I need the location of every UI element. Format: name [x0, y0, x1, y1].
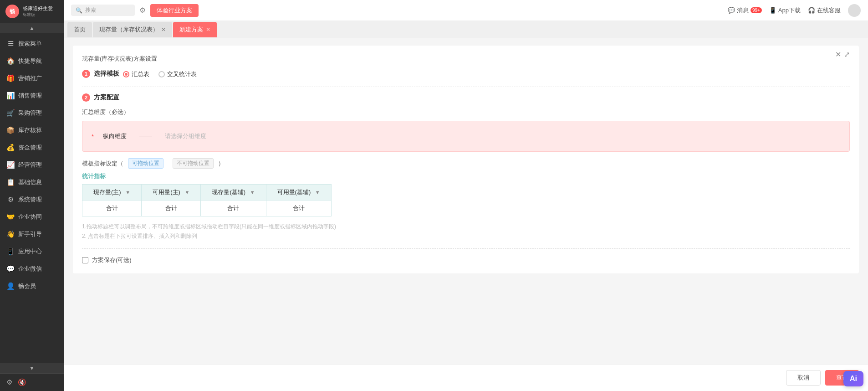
stats-section: 统计指标 现存量(主) ▼ 可用量(主) [82, 172, 850, 216]
radio-summary-dot [123, 71, 129, 77]
sidebar-scroll-down[interactable]: ▼ [0, 363, 64, 373]
sidebar-item-label: 经营管理 [18, 161, 42, 169]
col4-header[interactable]: 可用量(基辅) ▼ [266, 185, 331, 201]
table-row-subtotal: 合计 合计 合计 合计 [82, 201, 332, 216]
sidebar-item-operations[interactable]: 📈 经营管理 [0, 156, 64, 174]
save-checkbox[interactable] [82, 257, 88, 263]
cancel-button[interactable]: 取消 [786, 370, 821, 386]
avatar[interactable] [848, 4, 861, 17]
money-icon: 💰 [6, 144, 15, 152]
col2-header-label: 可用量(主) [153, 189, 180, 196]
tab-new-plan-close-icon[interactable]: ✕ [206, 26, 210, 33]
tab-inventory-close-icon[interactable]: ✕ [161, 26, 166, 33]
sidebar-item-search-menu[interactable]: ☰ 搜索菜单 [0, 35, 64, 52]
online-service-label: 在线客服 [817, 6, 841, 15]
stats-label: 统计指标 [82, 172, 850, 180]
draggable-tag: 可拖动位置 [128, 158, 163, 169]
sidebar-item-quick-nav[interactable]: 🏠 快捷导航 [0, 52, 64, 70]
vertical-dimension-label: 纵向维度 [103, 132, 127, 140]
sidebar-item-wechat[interactable]: 💬 企业微信 [0, 260, 64, 278]
col1-subtotal: 合计 [82, 201, 142, 216]
sidebar-item-app-center[interactable]: 📱 应用中心 [0, 243, 64, 260]
sidebar-item-inventory[interactable]: 📦 库存核算 [0, 122, 64, 139]
stats-table: 现存量(主) ▼ 可用量(主) ▼ 现存量(基辅) [82, 184, 332, 216]
tab-home[interactable]: 首页 [67, 22, 92, 37]
cart-icon: 🛒 [6, 109, 15, 117]
chart-icon: 📊 [6, 92, 15, 100]
trial-button[interactable]: 体验行业方案 [150, 4, 199, 17]
divider-1 [82, 87, 850, 87]
topbar-online-service[interactable]: 🎧 在线客服 [808, 6, 841, 15]
search-menu-icon: ☰ [6, 40, 15, 48]
sidebar-item-finance[interactable]: 💰 资金管理 [0, 139, 64, 156]
sidebar-item-purchase[interactable]: 🛒 采购管理 [0, 104, 64, 122]
settings-icon[interactable]: ⚙ [6, 378, 12, 386]
tab-new-plan[interactable]: 新建方案 ✕ [173, 22, 217, 37]
gift-icon: 🎁 [6, 74, 15, 82]
topbar-app-download[interactable]: 📱 App下载 [769, 6, 801, 15]
sidebar-item-sales[interactable]: 📊 销售管理 [0, 87, 64, 104]
sidebar-item-label: 畅会员 [18, 282, 36, 290]
col3-header[interactable]: 现存量(基辅) ▼ [201, 185, 266, 201]
search-text: 搜索 [85, 6, 96, 14]
sidebar-item-label: 资金管理 [18, 144, 42, 152]
col4-dropdown-icon[interactable]: ▼ [315, 190, 320, 195]
tips-section: 1.拖动标题栏可以调整布局，不可跨维度或指标区域拖动栏目字段(只能在同一维度或指… [82, 223, 850, 240]
col4-subtotal: 合计 [266, 201, 331, 216]
radio-summary[interactable]: 汇总表 [123, 70, 149, 78]
expand-panel-icon[interactable]: ⤢ [844, 50, 850, 59]
home-icon: 🏠 [6, 57, 15, 65]
metrics-label-row: 模板指标设定（ 可拖动位置 不可拖动位置 ） [82, 158, 850, 169]
topbar-search[interactable]: 🔍 搜索 [71, 5, 135, 16]
topbar-right: 💬 消息 99+ 📱 App下载 🎧 在线客服 [728, 4, 861, 17]
col2-dropdown-icon[interactable]: ▼ [184, 190, 189, 195]
sidebar-item-basic-info[interactable]: 📋 基础信息 [0, 174, 64, 191]
ai-badge[interactable]: Ai [843, 371, 863, 386]
trending-icon: 📈 [6, 161, 15, 169]
col2-header[interactable]: 可用量(主) ▼ [142, 185, 201, 201]
close-panel-icon[interactable]: ✕ [835, 50, 841, 59]
col3-dropdown-icon[interactable]: ▼ [250, 190, 255, 195]
sidebar-item-member[interactable]: 👤 畅会员 [0, 278, 64, 295]
sidebar-item-label: 新手引导 [18, 230, 42, 238]
message-icon: 💬 [728, 7, 735, 14]
col1-header[interactable]: 现存量(主) ▼ [82, 185, 142, 201]
gear-icon: ⚙ [6, 196, 15, 204]
sidebar-item-guide[interactable]: 👋 新手引导 [0, 226, 64, 243]
radio-cross[interactable]: 交叉统计表 [158, 70, 197, 78]
sidebar-item-system[interactable]: ⚙ 系统管理 [0, 191, 64, 208]
phone-download-icon: 📱 [769, 7, 776, 14]
sidebar-item-label: 应用中心 [18, 247, 42, 256]
radio-cross-dot [158, 71, 165, 77]
summary-dimension-label: 汇总维度（必选） [82, 108, 850, 116]
tab-inventory-status[interactable]: 现存量（库存状况表） ✕ [93, 22, 172, 37]
step2-badge: 2 [82, 93, 90, 102]
sidebar-item-cooperation[interactable]: 🤝 企业协同 [0, 208, 64, 226]
main-area: 🔍 搜索 ⚙ 体验行业方案 💬 消息 99+ 📱 App下载 🎧 在线客服 首页 [64, 0, 868, 391]
topbar-gear-icon[interactable]: ⚙ [139, 6, 146, 15]
sidebar-item-label: 系统管理 [18, 196, 42, 204]
sidebar-scroll-up[interactable]: ▲ [0, 23, 64, 33]
page-title: 现存量(库存状况表)方案设置 [82, 55, 850, 63]
step2-label: 方案配置 [94, 93, 119, 102]
content-area: ✕ ⤢ 现存量(库存状况表)方案设置 1 选择模板 汇总表 [64, 38, 868, 364]
footer: 取消 查询 [64, 364, 868, 391]
col1-dropdown-icon[interactable]: ▼ [125, 190, 130, 195]
topbar-message[interactable]: 💬 消息 99+ [728, 6, 762, 15]
dimension-required-star: * [92, 133, 94, 140]
app-name: 畅康通好生意 [23, 5, 53, 11]
dimension-area[interactable]: * 纵向维度 —— 请选择分组维度 [82, 121, 850, 152]
topbar: 🔍 搜索 ⚙ 体验行业方案 💬 消息 99+ 📱 App下载 🎧 在线客服 [64, 0, 868, 21]
dimension-placeholder[interactable]: 请选择分组维度 [165, 132, 206, 140]
config-section: 汇总维度（必选） * 纵向维度 —— 请选择分组维度 模板指标设定（ 可拖动位置… [82, 108, 850, 240]
sidebar-item-label: 企业协同 [18, 213, 42, 221]
step1-label: 选择模板 [94, 70, 119, 78]
sound-icon[interactable]: 🔇 [18, 378, 26, 386]
radio-summary-label: 汇总表 [132, 70, 149, 78]
tabs-bar: 首页 现存量（库存状况表） ✕ 新建方案 ✕ [64, 21, 868, 38]
col4-header-label: 可用量(基辅) [277, 189, 311, 196]
metrics-setting-label: 模板指标设定（ [82, 159, 123, 168]
tip-1: 1.拖动标题栏可以调整布局，不可跨维度或指标区域拖动栏目字段(只能在同一维度或指… [82, 223, 850, 231]
sidebar-item-marketing[interactable]: 🎁 营销推广 [0, 70, 64, 87]
non-draggable-tag: 不可拖动位置 [173, 158, 214, 169]
